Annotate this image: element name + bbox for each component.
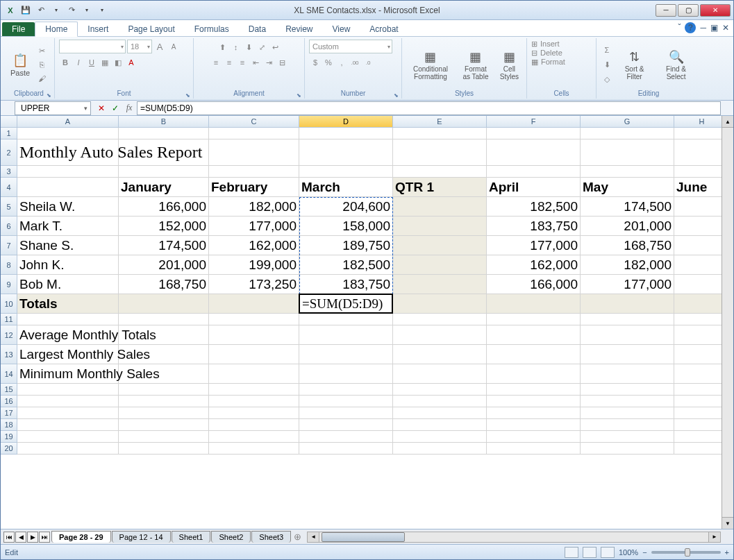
- row-header[interactable]: 3: [1, 166, 17, 178]
- tab-nav-next-icon[interactable]: ▶: [27, 532, 38, 543]
- cell[interactable]: 183,750: [487, 217, 581, 236]
- cell[interactable]: [119, 407, 209, 419]
- excel-icon[interactable]: X: [3, 3, 17, 17]
- cell[interactable]: [581, 294, 674, 314]
- cell[interactable]: [393, 217, 487, 236]
- cell[interactable]: [119, 384, 209, 396]
- undo-icon[interactable]: ↶: [34, 3, 48, 17]
- cell[interactable]: [17, 431, 119, 443]
- cell[interactable]: [17, 128, 119, 139]
- increase-indent-icon[interactable]: ⇥: [262, 56, 275, 69]
- cell[interactable]: [299, 384, 393, 396]
- workbook-restore-icon[interactable]: ▣: [710, 23, 718, 33]
- sheet-tab[interactable]: Sheet2: [211, 531, 251, 543]
- wrap-text-icon[interactable]: ↩: [269, 41, 282, 53]
- align-right-icon[interactable]: ≡: [236, 56, 249, 69]
- cell-styles-button[interactable]: ▦Cell Styles: [497, 47, 522, 82]
- cell[interactable]: [119, 443, 209, 455]
- row-header[interactable]: 8: [1, 255, 17, 275]
- cell[interactable]: [487, 407, 581, 419]
- row-header[interactable]: 2: [1, 139, 17, 166]
- cell[interactable]: 201,000: [581, 217, 674, 236]
- format-painter-icon[interactable]: 🖌: [35, 72, 48, 85]
- align-left-icon[interactable]: ≡: [210, 56, 222, 69]
- row-header[interactable]: 19: [1, 431, 17, 443]
- cell[interactable]: [487, 431, 581, 443]
- cell[interactable]: 174,500: [119, 236, 209, 255]
- column-header[interactable]: A: [17, 116, 119, 128]
- row-header[interactable]: 5: [1, 197, 17, 217]
- row-header[interactable]: 16: [1, 396, 17, 407]
- italic-button[interactable]: I: [72, 56, 85, 69]
- cell[interactable]: 177,000: [487, 236, 581, 255]
- cell[interactable]: [393, 128, 487, 139]
- row-header[interactable]: 20: [1, 443, 17, 455]
- cell[interactable]: [119, 166, 209, 178]
- cell[interactable]: 204,600: [299, 197, 393, 217]
- column-header[interactable]: C: [209, 116, 299, 128]
- cell[interactable]: [209, 166, 299, 178]
- cell[interactable]: 174,500: [581, 197, 674, 217]
- find-select-button[interactable]: 🔍Find & Select: [656, 47, 697, 82]
- cell[interactable]: 201,000: [119, 255, 209, 275]
- cell[interactable]: [299, 128, 393, 139]
- cell[interactable]: Bob M.: [17, 275, 119, 294]
- format-as-table-button[interactable]: ▦Format as Table: [458, 47, 494, 82]
- grow-font-icon[interactable]: A: [153, 40, 166, 53]
- cell[interactable]: April: [487, 178, 581, 197]
- cell[interactable]: [209, 294, 299, 314]
- workbook-min-icon[interactable]: ─: [700, 23, 706, 33]
- cell[interactable]: [209, 325, 299, 345]
- zoom-thumb[interactable]: [685, 548, 690, 557]
- sort-filter-button[interactable]: ⇅Sort & Filter: [616, 47, 653, 82]
- cell[interactable]: [487, 128, 581, 139]
- cell[interactable]: [119, 128, 209, 139]
- row-header[interactable]: 18: [1, 419, 17, 431]
- row-header[interactable]: 11: [1, 314, 17, 325]
- cell[interactable]: 158,000: [299, 217, 393, 236]
- tab-nav-prev-icon[interactable]: ◀: [15, 532, 26, 543]
- cell[interactable]: [209, 431, 299, 443]
- cell[interactable]: 162,000: [487, 255, 581, 275]
- cell[interactable]: [17, 396, 119, 407]
- redo-icon[interactable]: ↷: [65, 3, 78, 17]
- cell[interactable]: 183,750: [299, 275, 393, 294]
- cell[interactable]: Shane S.: [17, 236, 119, 255]
- cell[interactable]: 168,750: [119, 275, 209, 294]
- select-all-corner[interactable]: [1, 116, 17, 128]
- decrease-decimal-icon[interactable]: .0: [362, 56, 374, 69]
- font-name-combo[interactable]: [59, 40, 126, 53]
- cell[interactable]: [299, 364, 393, 384]
- cell[interactable]: [581, 407, 674, 419]
- cell[interactable]: [17, 443, 119, 455]
- cell[interactable]: [487, 345, 581, 364]
- bold-button[interactable]: B: [59, 56, 72, 69]
- fill-color-icon[interactable]: ◧: [112, 56, 124, 69]
- worksheet-area[interactable]: ABCDEFGH12Monthly Auto Sales Report34Jan…: [1, 116, 733, 529]
- format-cells-button[interactable]: ▦Format: [531, 58, 565, 67]
- align-top-icon[interactable]: ⬆: [217, 41, 229, 53]
- tab-acrobat[interactable]: Acrobat: [360, 22, 408, 36]
- minimize-button[interactable]: ─: [656, 4, 676, 17]
- cell[interactable]: [581, 419, 674, 431]
- sheet-tab[interactable]: Page 12 - 14: [112, 531, 171, 543]
- cell[interactable]: 189,750: [299, 236, 393, 255]
- cell[interactable]: 199,000: [209, 255, 299, 275]
- cell[interactable]: 182,000: [581, 255, 674, 275]
- cell[interactable]: [393, 396, 487, 407]
- cell[interactable]: [393, 345, 487, 364]
- cell[interactable]: John K.: [17, 255, 119, 275]
- align-center-icon[interactable]: ≡: [223, 56, 235, 69]
- zoom-level[interactable]: 100%: [619, 548, 638, 557]
- cell[interactable]: [209, 443, 299, 455]
- new-sheet-icon[interactable]: ⊕: [294, 532, 301, 542]
- cell[interactable]: Mark T.: [17, 217, 119, 236]
- qat-customize-icon[interactable]: ▾: [95, 3, 109, 17]
- row-header[interactable]: 9: [1, 275, 17, 294]
- shrink-font-icon[interactable]: A: [167, 40, 180, 53]
- cell[interactable]: [487, 294, 581, 314]
- help-icon[interactable]: ?: [685, 22, 696, 33]
- cell[interactable]: [487, 314, 581, 325]
- zoom-slider[interactable]: [651, 551, 721, 554]
- cell[interactable]: [209, 407, 299, 419]
